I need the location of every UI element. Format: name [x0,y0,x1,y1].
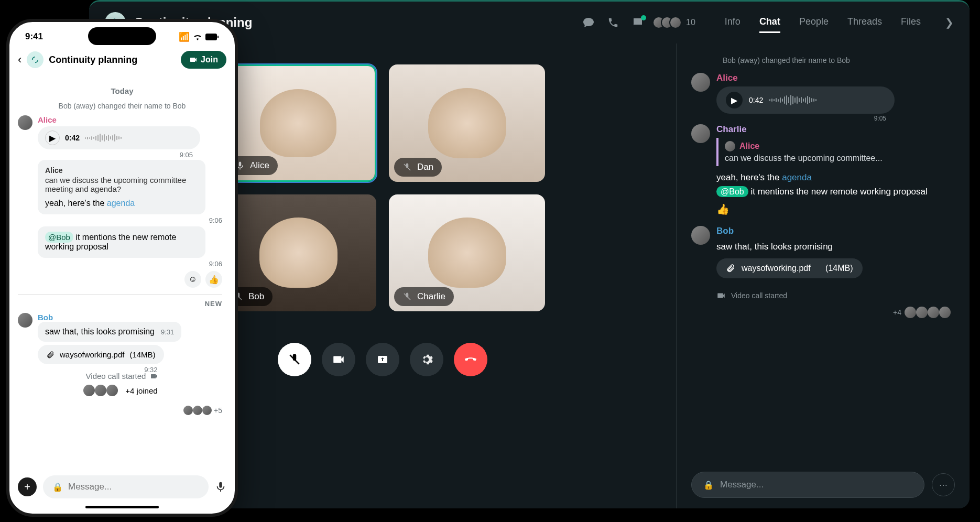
mention[interactable]: @Bob [45,232,73,243]
message-composer[interactable]: 🔒 [691,472,924,498]
reply-quote[interactable]: Alice can we discuss the upcoming commit… [716,138,955,166]
mention[interactable]: @Bob [716,186,748,197]
video-icon [716,291,726,300]
tab-files[interactable]: Files [901,12,921,33]
paperclip-icon [726,264,735,273]
tab-threads[interactable]: Threads [847,12,882,33]
avatar [18,115,32,130]
video-button[interactable] [322,343,355,376]
home-indicator[interactable] [85,506,159,508]
battery-icon [205,34,219,40]
wifi-icon [193,34,202,41]
screenshare-button[interactable] [366,343,399,376]
voice-duration: 0:42 [65,134,80,142]
message-charlie: Charlie Alice can we discuss the upcomin… [691,124,955,215]
link[interactable]: agenda [107,199,135,208]
compose-row: 🔒 ⋯ [691,472,955,498]
video-tile-dan[interactable]: Dan [389,64,545,182]
chat-panel: Bob (away) changed their name to Bob Ali… [676,44,970,508]
video-tile-alice[interactable]: Alice [220,64,376,182]
mute-button[interactable] [278,343,311,376]
message-input[interactable] [720,480,912,490]
timestamp: 9:31 [161,328,174,336]
svg-rect-0 [635,20,640,21]
notch [88,27,156,45]
sidebar-tabs: Info Chat People Threads Files [725,12,921,33]
play-icon[interactable]: ▶ [726,92,743,108]
file-attachment[interactable]: waysofworking.pdf (14MB) [716,258,863,278]
tab-people[interactable]: People [799,12,829,33]
message-bubble[interactable]: @Bob it mentions the new remote working … [38,226,205,258]
lock-icon: 🔒 [703,480,714,490]
paperclip-icon [46,351,55,359]
new-marker: NEW [18,294,222,308]
quoted-name: Alice [45,166,198,175]
message-text: saw that, this looks promising9:31 [38,322,181,342]
waveform [769,94,885,106]
mic-off-icon [402,162,412,172]
svg-rect-9 [217,36,219,38]
more-button[interactable]: ⋯ [932,473,955,496]
svg-rect-8 [205,34,217,40]
video-tile-bob[interactable]: Bob [220,194,376,312]
message-text: yeah, here's the agenda [45,199,198,208]
chevron-right-icon[interactable]: ❯ [945,16,954,29]
timestamp: 9:06 [18,216,222,224]
chat-bubble-icon[interactable] [582,16,595,29]
avatar [691,124,710,143]
play-icon[interactable]: ▶ [45,130,60,145]
signal-icon: 📶 [179,31,190,42]
reactions: ☺ 👍 [18,271,222,288]
joined-row: +4 joined [18,385,226,396]
sender-name: Charlie [716,124,955,135]
join-button[interactable]: Join [181,51,226,69]
sender-name: Bob [38,313,226,322]
mic-icon[interactable] [215,481,226,493]
quoted-text: can we discuss the upcoming committee me… [45,176,198,193]
sender-name: Alice [38,115,226,124]
call-started-row: Video call started [691,291,955,300]
mic-off-icon [402,292,412,301]
video-grid: Alice Dan Bob [220,64,545,311]
tab-chat[interactable]: Chat [759,12,780,33]
tile-label: Dan [394,158,442,177]
message-text: @Bob it mentions the new remote working … [716,184,955,199]
settings-button[interactable] [410,343,443,376]
timestamp: 9:05 [180,151,193,159]
voice-message[interactable]: ▶ 0:42 9:05 [38,126,200,149]
mobile-compose: + 🔒 [9,468,235,506]
message-text: saw that, this looks promising [716,240,955,254]
reaction[interactable]: 👍 [716,203,955,215]
video-tile-charlie[interactable]: Charlie [389,194,545,312]
timestamp: 9:06 [18,260,222,268]
avatar [691,73,710,92]
avatar [18,313,32,328]
voice-duration: 0:42 [749,96,763,104]
add-reaction-button[interactable]: ☺ [184,271,201,288]
file-attachment[interactable]: waysofworking.pdf (14MB) 9:32 [38,345,164,364]
link[interactable]: agenda [782,172,812,182]
mobile-header: ‹ Continuity planning Join [9,46,235,76]
back-icon[interactable]: ‹ [18,53,21,67]
phone-icon[interactable] [607,17,619,28]
add-button[interactable]: + [18,477,37,496]
mobile-chat[interactable]: Today Bob (away) changed their name to B… [9,76,235,468]
message-text: yeah, here's the agenda [716,170,955,184]
voice-message[interactable]: ▶ 0:42 9:05 [716,86,895,114]
waveform [85,133,193,143]
sender-name: Bob [716,226,955,236]
tab-info[interactable]: Info [725,12,741,33]
message-bubble[interactable]: Alice can we discuss the upcoming commit… [38,160,205,214]
hangup-button[interactable] [454,343,487,376]
svg-rect-1 [635,21,639,23]
message-input[interactable] [68,482,199,492]
system-message: Bob (away) changed their name to Bob [691,56,955,64]
sender-name: Alice [716,73,955,83]
message-composer[interactable]: 🔒 [43,475,209,498]
message-bob: Bob saw that, this looks promising wayso… [691,226,955,278]
mobile-device: 9:41 📶 ‹ Continuity planning Join Today … [6,19,238,517]
message-bob: Bob saw that, this looks promising9:31 w… [18,313,226,364]
participant-avatars[interactable]: 10 [657,16,695,29]
threads-icon[interactable] [631,16,644,29]
reaction[interactable]: 👍 [205,271,222,288]
